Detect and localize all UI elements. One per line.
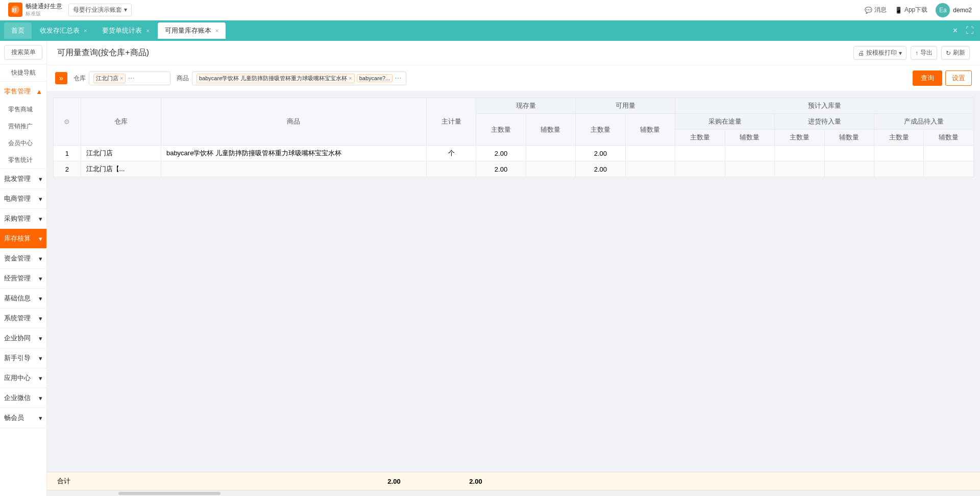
sidebar-group-sys: 系统管理 ▾ — [0, 309, 46, 328]
content-area: 可用量查询(按仓库+商品) 🖨 按模板打印 ▾ ↑ 导出 ↻ 刷新 » — [47, 41, 980, 496]
footer-total-label: 合计 — [57, 477, 159, 486]
sidebar-item-app-center[interactable]: 应用中心 ▾ — [0, 368, 46, 388]
sidebar-item-marketing[interactable]: 营销推广 — [0, 118, 46, 135]
table-row: 1 江北门店 babycare学饮杯 儿童防摔防撞吸管杯重力球吸嘴杯宝宝水杯 个… — [54, 146, 974, 161]
sidebar-item-member-center[interactable]: 会员中心 — [0, 135, 46, 152]
sidebar-item-retail-mgmt[interactable]: 零售管理 ▲ — [0, 82, 46, 101]
sidebar-item-ops-mgmt[interactable]: 经营管理 ▾ — [0, 269, 46, 288]
more-options-icon[interactable]: ··· — [395, 74, 401, 83]
sidebar-item-inventory-check[interactable]: 库存核算 ▾ — [0, 229, 46, 248]
logo-text-block: 畅捷通好生意 标准版 — [26, 3, 62, 17]
refresh-icon: ↻ — [946, 50, 951, 57]
finance-label: 资金管理 — [4, 254, 31, 263]
inventory-label: 库存核算 — [4, 234, 31, 243]
app-download-btn[interactable]: 📱 App下载 — [895, 6, 927, 14]
query-btn[interactable]: 查询 — [913, 70, 942, 86]
chevron-down-icon: ▾ — [39, 414, 42, 422]
gear-icon[interactable]: ⚙ — [64, 118, 70, 126]
sidebar-group-retail: 零售管理 ▲ 零售商城 营销推广 会员中心 零售统计 — [0, 82, 46, 169]
sidebar-group-ops: 经营管理 ▾ — [0, 269, 46, 289]
cell-incoming-main — [775, 161, 824, 177]
cell-product — [161, 161, 426, 177]
sidebar-item-purchase-mgmt[interactable]: 采购管理 ▾ — [0, 209, 46, 228]
warehouse-tag-close[interactable]: × — [120, 75, 123, 81]
sidebar-item-online-store[interactable]: 零售商城 — [0, 101, 46, 118]
sys-label: 系统管理 — [4, 314, 31, 323]
chevron-down-icon: ▾ — [39, 195, 42, 203]
col-incoming-main: 主数量 — [775, 130, 824, 146]
sidebar-item-finance-mgmt[interactable]: 资金管理 ▾ — [0, 249, 46, 268]
sidebar-group-purchase: 采购管理 ▾ — [0, 209, 46, 229]
footer-stock-main-qty: 2.00 — [374, 478, 414, 485]
col-settings[interactable]: ⚙ — [54, 98, 81, 146]
tab-available-stock-label: 可用量库存账本 — [165, 26, 211, 35]
sidebar-item-new-guide[interactable]: 新手引导 ▾ — [0, 348, 46, 368]
chevron-up-icon: ▲ — [36, 88, 42, 96]
tab-receipt-summary[interactable]: 收发存汇总表 × — [33, 22, 94, 39]
message-label: 消息 — [874, 6, 887, 14]
logo-main-text: 畅捷通好生意 — [26, 3, 62, 10]
close-icon[interactable]: × — [215, 28, 218, 34]
sidebar-group-ecommerce: 电商管理 ▾ — [0, 189, 46, 209]
logo: 好 畅捷通好生意 标准版 — [8, 3, 62, 17]
sidebar-item-vip[interactable]: 畅会员 ▾ — [0, 408, 46, 428]
tab-home[interactable]: 首页 — [4, 22, 32, 39]
product-tag1-text: babycare学饮杯 儿童防摔防撞吸管杯重力球吸嘴杯宝宝水杯 — [199, 75, 347, 82]
template-print-btn[interactable]: 🖨 按模板打印 ▾ — [853, 46, 906, 60]
tab-receipt-summary-label: 收发存汇总表 — [40, 26, 80, 35]
chevron-down-icon: ▾ — [39, 374, 42, 382]
cell-warehouse: 江北门店 — [81, 146, 161, 161]
col-main-unit-header: 主计量 — [426, 98, 476, 146]
purchase-label: 采购管理 — [4, 214, 31, 223]
tab-available-stock[interactable]: 可用量库存账本 × — [158, 22, 226, 39]
warehouse-input[interactable]: 江北门店 × ··· — [89, 72, 170, 85]
tab-order-stats[interactable]: 要货单统计表 × — [95, 22, 156, 39]
sidebar-item-ecommerce-mgmt[interactable]: 电商管理 ▾ — [0, 189, 46, 208]
col-purchase-group: 采购在途量 — [675, 114, 775, 130]
cell-main-unit — [426, 161, 476, 177]
sidebar-item-wholesale-mgmt[interactable]: 批发管理 ▾ — [0, 169, 46, 188]
cell-stock-aux — [526, 161, 575, 177]
cell-avail-aux — [625, 146, 675, 161]
product-tag1-close[interactable]: × — [349, 75, 352, 81]
sidebar-item-basic-info[interactable]: 基础信息 ▾ — [0, 289, 46, 308]
industry-selector[interactable]: 母婴行业演示账套 ▾ — [68, 4, 132, 16]
quick-nav-btn[interactable]: 快捷导航 — [0, 64, 46, 82]
sidebar-item-retail-stats[interactable]: 零售统计 — [0, 152, 46, 169]
col-product-header: 商品 — [161, 98, 426, 146]
search-menu-btn[interactable]: 搜索菜单 — [4, 45, 42, 60]
sidebar-search-area: 搜索菜单 — [0, 41, 46, 64]
horizontal-scrollbar[interactable] — [118, 492, 220, 495]
sidebar-group-inventory: 库存核算 ▾ — [0, 229, 46, 249]
user-name: demo2 — [953, 7, 972, 14]
filter-expand-btn[interactable]: » — [55, 72, 67, 84]
close-icon[interactable]: × — [146, 28, 149, 34]
export-icon: ↑ — [915, 50, 918, 57]
more-options-icon[interactable]: ··· — [128, 74, 134, 83]
cell-stock-main: 2.00 — [476, 161, 526, 177]
product-tag2-text: babycare?... — [359, 75, 390, 81]
wholesale-label: 批发管理 — [4, 174, 31, 183]
top-bar-left: 好 畅捷通好生意 标准版 母婴行业演示账套 ▾ — [8, 3, 132, 17]
app-download-label: App下载 — [904, 6, 927, 14]
close-icon[interactable]: × — [84, 28, 87, 34]
ecommerce-label: 电商管理 — [4, 194, 31, 203]
sidebar-group-basic: 基础信息 ▾ — [0, 289, 46, 309]
export-label: 导出 — [920, 49, 933, 57]
maximize-btn[interactable]: ⛶ — [964, 24, 976, 37]
sidebar-item-wechat[interactable]: 企业微信 ▾ — [0, 388, 46, 408]
export-btn[interactable]: ↑ 导出 — [911, 46, 937, 60]
message-btn[interactable]: 💬 消息 — [865, 6, 887, 14]
close-all-btn[interactable]: × — [951, 24, 960, 37]
product-input[interactable]: babycare学饮杯 儿童防摔防撞吸管杯重力球吸嘴杯宝宝水杯 × babyca… — [192, 72, 406, 85]
chevron-down-icon: ▾ — [124, 6, 127, 13]
sidebar-item-sys-mgmt[interactable]: 系统管理 ▾ — [0, 309, 46, 328]
col-production-aux: 辅数量 — [924, 130, 974, 146]
svg-text:好: 好 — [11, 7, 17, 13]
user-area[interactable]: Ea demo2 — [936, 3, 972, 17]
cell-main-unit: 个 — [426, 146, 476, 161]
sidebar-item-enterprise[interactable]: 企业协同 ▾ — [0, 328, 46, 348]
cell-avail-aux — [625, 161, 675, 177]
refresh-btn[interactable]: ↻ 刷新 — [941, 46, 970, 60]
setting-btn[interactable]: 设置 — [945, 70, 972, 86]
